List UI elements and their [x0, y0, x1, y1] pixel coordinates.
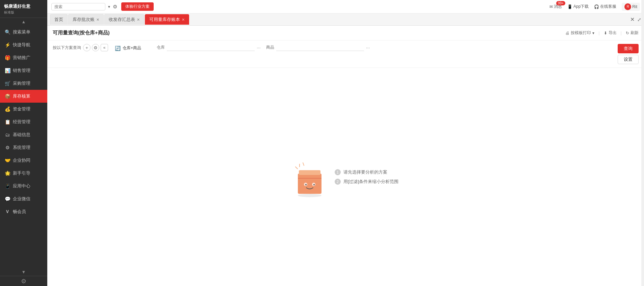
svg-point-6: [305, 184, 307, 185]
sidebar-item-label: 营销推广: [13, 55, 30, 61]
content-area: 1 请先选择要分析的方案 2 用[过滤]条件来缩小分析范围: [47, 68, 644, 286]
manage-scheme-btn[interactable]: ⚙: [92, 44, 99, 51]
tab-available-close[interactable]: ✕: [182, 18, 185, 22]
empty-hint-2: 2 用[过滤]条件来缩小分析范围: [335, 179, 398, 185]
hint-text-1: 请先选择要分析的方案: [343, 169, 387, 175]
tab-batch-close[interactable]: ✕: [96, 18, 99, 22]
svg-line-8: [295, 167, 298, 169]
scheme-item-warehouse-product[interactable]: 🔄 仓库+商品: [112, 44, 153, 52]
cart-icon: 🛒: [5, 81, 10, 86]
tab-available-label: 可用量库存账本: [149, 17, 180, 23]
sidebar-item-guide[interactable]: 🌟 新手引导: [0, 167, 47, 180]
search-input[interactable]: [51, 3, 105, 10]
sidebar-item-inventory[interactable]: 📦 库存核算: [0, 90, 47, 103]
product-input[interactable]: [276, 44, 364, 51]
svg-point-0: [298, 194, 321, 197]
print-dropdown-icon[interactable]: ▾: [592, 31, 594, 35]
empty-hint-1: 1 请先选择要分析的方案: [335, 169, 398, 175]
message-icon: ✉: [549, 4, 553, 9]
tab-summary-label: 收发存汇总表: [109, 17, 135, 23]
sidebar-item-finance[interactable]: 💰 资金管理: [0, 103, 47, 115]
print-btn[interactable]: 🖨 按模板打印 ▾: [565, 30, 594, 36]
service-label: 在线客服: [600, 4, 616, 9]
export-btn[interactable]: ⬇ 导出: [604, 30, 617, 36]
user-menu[interactable]: R Rit: [622, 3, 640, 11]
tab-summary[interactable]: 收发存汇总表 ✕: [104, 14, 144, 25]
hint-num-2: 2: [335, 179, 341, 185]
sidebar-item-shortcut[interactable]: ⚡ 快捷导航: [0, 38, 47, 51]
warehouse-filter-label: 仓库: [157, 45, 165, 50]
sidebar-item-marketing[interactable]: 🎁 营销推广: [0, 51, 47, 64]
tab-home[interactable]: 首页: [50, 14, 68, 25]
print-icon: 🖨: [565, 31, 569, 35]
page-header: 可用量查询(按仓库+商品) 🖨 按模板打印 ▾ | ⬇ 导出 | ↻ 刷新: [47, 26, 644, 41]
warehouse-more-icon[interactable]: ···: [257, 45, 261, 50]
sidebar-item-sales[interactable]: 📊 销售管理: [0, 64, 47, 77]
money-icon: 💰: [5, 106, 10, 112]
print-label: 按模板打印: [571, 30, 591, 36]
topbar-right: ✉ 消息 99+ 📱 App下载 🎧 在线客服 R Rit: [549, 3, 640, 11]
right-scrollbar: [641, 0, 644, 286]
sidebar: 畅康通好生意 标准版 ▲ 🔍 搜索菜单 ⚡ 快捷导航 🎁 营销推广 📊 销售管理…: [0, 0, 47, 286]
sidebar-item-search[interactable]: 🔍 搜索菜单: [0, 26, 47, 38]
online-service-btn[interactable]: 🎧 在线客服: [594, 4, 616, 9]
folder-icon: 🗂: [5, 132, 10, 137]
query-btn[interactable]: 查询: [618, 44, 639, 53]
flash-icon: ⚡: [5, 42, 10, 48]
sidebar-scroll-down[interactable]: ▼: [0, 268, 47, 276]
sidebar-item-label: 快捷导航: [13, 42, 30, 48]
sidebar-logo: 畅康通好生意 标准版: [0, 0, 47, 18]
close-tab-btn[interactable]: ✕: [630, 16, 635, 23]
svg-rect-1: [298, 174, 321, 194]
app-download-label: App下载: [573, 4, 589, 9]
warehouse-input[interactable]: [167, 44, 255, 51]
expand-btn[interactable]: ⤢: [637, 17, 641, 22]
product-more-icon[interactable]: ···: [366, 45, 370, 50]
phone-download-icon: 📱: [567, 4, 572, 9]
product-filter-label: 商品: [266, 45, 274, 50]
topbar-dropdown-icon[interactable]: ▾: [108, 4, 110, 9]
sidebar-item-label: 新手引导: [13, 170, 30, 176]
sidebar-item-member[interactable]: V 畅会员: [0, 205, 47, 218]
sidebar-item-purchase[interactable]: 🛒 采购管理: [0, 77, 47, 90]
sidebar-item-system[interactable]: ⚙ 系统管理: [0, 141, 47, 154]
hint-text-2: 用[过滤]条件来缩小分析范围: [343, 179, 398, 185]
tabs-actions: ✕ ⤢: [630, 16, 641, 23]
refresh-btn[interactable]: ↻ 刷新: [626, 30, 639, 36]
sidebar-item-appstore[interactable]: 📱 应用中心: [0, 180, 47, 192]
star-icon: 🌟: [5, 171, 10, 176]
sidebar-item-operation[interactable]: 📋 经营管理: [0, 115, 47, 128]
username-label: Rit: [632, 4, 637, 9]
sidebar-item-label: 基础信息: [13, 132, 30, 138]
chart-icon: 📊: [5, 68, 10, 73]
tab-summary-close[interactable]: ✕: [137, 18, 140, 22]
svg-point-7: [313, 184, 315, 185]
sidebar-item-label: 系统管理: [13, 145, 30, 151]
scheme-label: 按以下方案查询: [53, 45, 81, 51]
settings-bottom-icon[interactable]: ⚙: [21, 278, 26, 285]
tab-batch[interactable]: 库存批次账 ✕: [68, 14, 104, 25]
sidebar-item-label: 企业协同: [13, 157, 30, 163]
sidebar-item-enterprise[interactable]: 🤝 企业协同: [0, 154, 47, 167]
sidebar-item-label: 畅会员: [13, 209, 26, 215]
sidebar-menu: 🔍 搜索菜单 ⚡ 快捷导航 🎁 营销推广 📊 销售管理 🛒 采购管理 📦 库存核…: [0, 26, 47, 268]
app-download-btn[interactable]: 📱 App下载: [567, 4, 589, 9]
settings-btn[interactable]: 设置: [618, 55, 639, 64]
sidebar-item-basic[interactable]: 🗂 基础信息: [0, 128, 47, 141]
svg-line-10: [303, 163, 304, 165]
topbar-gear-icon[interactable]: ⚙: [113, 4, 117, 10]
collapse-scheme-btn[interactable]: «: [101, 44, 108, 51]
clipboard-icon: 📋: [5, 119, 10, 125]
headset-icon: 🎧: [594, 4, 599, 9]
message-btn[interactable]: ✉ 消息 99+: [549, 4, 562, 9]
industry-btn[interactable]: 体验行业方案: [121, 2, 154, 11]
query-scheme: 按以下方案查询 + ⚙ «: [53, 44, 108, 51]
sidebar-item-label: 企业微信: [13, 196, 30, 202]
sidebar-item-wechat[interactable]: 💬 企业微信: [0, 192, 47, 205]
tab-available[interactable]: 可用量库存账本 ✕: [145, 14, 189, 25]
sidebar-scroll-up[interactable]: ▲: [0, 18, 47, 26]
add-scheme-btn[interactable]: +: [83, 44, 91, 51]
export-label: 导出: [609, 30, 617, 36]
export-icon: ⬇: [604, 31, 607, 35]
divider2: |: [621, 30, 622, 35]
